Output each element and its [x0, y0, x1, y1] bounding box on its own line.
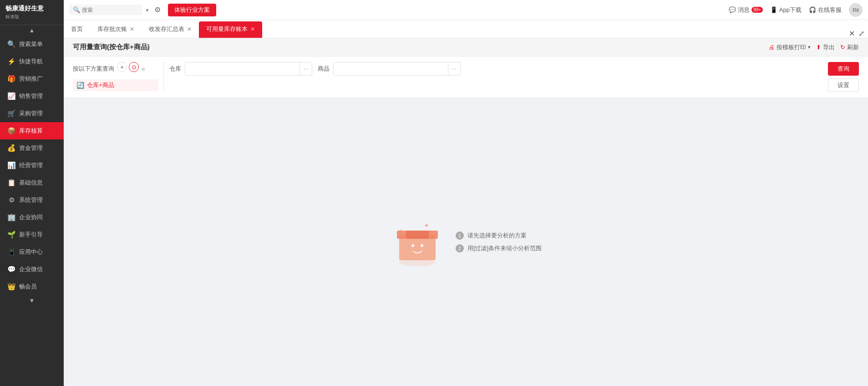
filter-area: 按以下方案查询 + ⊙ « 🔄 仓库+商品 仓库 — [64, 57, 868, 98]
warehouse-label: 仓库 — [169, 65, 181, 73]
sidebar-item-newbie[interactable]: 🌱 新手引导 — [0, 226, 64, 243]
page-header-actions: 🖨 按模板打印 ▾ ⬆ 导出 ↻ 刷新 — [769, 43, 859, 51]
sidebar-item-search[interactable]: 🔍 搜索菜单 — [0, 36, 64, 53]
sidebar-item-label: 库存核算 — [19, 127, 43, 135]
scheme-item-warehouse-goods[interactable]: 🔄 仓库+商品 — [73, 79, 158, 91]
search-icon: 🔍 — [7, 40, 15, 48]
system-icon: ⚙ — [7, 196, 15, 204]
sidebar-item-wechat[interactable]: 💬 企业微信 — [0, 261, 64, 278]
app-download-label: App下载 — [779, 6, 802, 14]
search-input[interactable] — [82, 7, 137, 13]
warehouse-filter-field: 仓库 ··· — [169, 62, 312, 76]
sidebar-scroll-down[interactable]: ▼ — [0, 295, 64, 306]
empty-tips: 1 请先选择要分析的方案 2 用[过滤]条件来缩小分析范围 — [456, 232, 542, 252]
sidebar-item-label: 快捷导航 — [19, 57, 43, 66]
goods-input[interactable] — [334, 62, 448, 75]
sidebar-item-purchase[interactable]: 🛒 采购管理 — [0, 105, 64, 122]
sidebar-scroll-up[interactable]: ▲ — [0, 25, 64, 36]
tab-available-ledger-label: 可用量库存账本 — [206, 25, 248, 33]
close-icon[interactable]: ✕ — [130, 26, 134, 32]
sidebar: 畅康通好生意 标准版 ▲ 🔍 搜索菜单 ⚡ 快捷导航 🎁 营销推广 📈 销售管理… — [0, 0, 64, 386]
tab-window-controls: ✕ ⤢ — [849, 29, 868, 38]
warehouse-more-button[interactable]: ··· — [299, 62, 312, 75]
messages-button[interactable]: 💬 消息 99+ — [729, 6, 763, 14]
svg-point-8 — [421, 244, 423, 247]
tab-home[interactable]: 首页 — [64, 21, 90, 38]
sidebar-item-enterprise[interactable]: 🏢 企业协同 — [0, 209, 64, 226]
warehouse-input[interactable] — [185, 62, 299, 75]
maximize-window-button[interactable]: ⤢ — [858, 29, 864, 38]
tab-available-ledger[interactable]: 可用量库存账本 ✕ — [199, 21, 262, 38]
tab-batch-ledger[interactable]: 库存批次账 ✕ — [90, 21, 142, 38]
sidebar-item-basic-info[interactable]: 📋 基础信息 — [0, 174, 64, 191]
sidebar-item-label: 应用中心 — [19, 248, 43, 256]
close-icon[interactable]: ✕ — [250, 26, 255, 32]
sidebar-item-shortcut[interactable]: ⚡ 快捷导航 — [0, 53, 64, 70]
chevron-down-icon[interactable]: ▾ — [808, 44, 811, 50]
add-scheme-button[interactable]: + — [117, 62, 127, 72]
export-button[interactable]: ⬆ 导出 — [816, 43, 835, 51]
sidebar-item-inventory[interactable]: 📦 库存核算 — [0, 122, 64, 139]
refresh-button[interactable]: ↻ 刷新 — [840, 43, 859, 51]
scheme-icon: 🔄 — [76, 82, 84, 89]
close-icon[interactable]: ✕ — [187, 26, 192, 32]
messages-badge: 99+ — [751, 7, 763, 13]
sidebar-item-label: 畅会员 — [19, 283, 37, 291]
close-window-button[interactable]: ✕ — [849, 29, 855, 38]
main-content: 🔍 ▾ ⚙ 体验行业方案 💬 消息 99+ 📱 App下载 🎧 在线客服 Rit — [64, 0, 868, 386]
dropdown-chevron-icon[interactable]: ▾ — [146, 6, 149, 14]
svg-text:✦: ✦ — [431, 234, 434, 238]
filter-scheme-panel: 按以下方案查询 + ⊙ « 🔄 仓库+商品 — [73, 62, 164, 91]
tab-batch-ledger-label: 库存批次账 — [97, 25, 127, 33]
topbar-right: 💬 消息 99+ 📱 App下载 🎧 在线客服 Rit — [729, 3, 863, 17]
app-download-button[interactable]: 📱 App下载 — [770, 6, 802, 14]
avatar[interactable]: Rit — [849, 3, 863, 17]
sidebar-item-label: 企业微信 — [19, 265, 43, 273]
download-icon: 📱 — [770, 6, 777, 13]
sidebar-item-finance[interactable]: 💰 资金管理 — [0, 139, 64, 157]
sidebar-item-system[interactable]: ⚙ 系统管理 — [0, 191, 64, 209]
wechat-icon: 💬 — [7, 265, 15, 273]
shortcut-icon: ⚡ — [7, 57, 15, 66]
sidebar-item-marketing[interactable]: 🎁 营销推广 — [0, 70, 64, 87]
collapse-button[interactable]: « — [142, 65, 145, 72]
sidebar-item-app-center[interactable]: 📱 应用中心 — [0, 243, 64, 261]
online-service-label: 在线客服 — [818, 6, 842, 14]
operations-icon: 📊 — [7, 161, 15, 170]
sidebar-item-label: 采购管理 — [19, 109, 43, 118]
refresh-label: 刷新 — [847, 43, 859, 51]
online-service-button[interactable]: 🎧 在线客服 — [809, 6, 842, 14]
sidebar-item-members[interactable]: 👑 畅会员 — [0, 278, 64, 295]
empty-state: ✦ ✦ ✦ 1 请先选择要分析的方案 2 用[过滤]条件来缩小分析范围 — [64, 98, 868, 386]
sidebar-item-operations[interactable]: 📊 经营管理 — [0, 157, 64, 174]
settings-scheme-button[interactable]: ⊙ — [129, 62, 139, 72]
enterprise-icon: 🏢 — [7, 213, 15, 221]
svg-rect-1 — [399, 235, 436, 260]
export-icon: ⬆ — [816, 44, 821, 51]
query-button[interactable]: 查询 — [828, 62, 859, 76]
warehouse-input-group: ··· — [185, 62, 312, 76]
query-action-buttons: 查询 设置 — [828, 62, 859, 92]
search-icon: 🔍 — [73, 6, 80, 13]
scheme-label: 仓库+商品 — [87, 81, 114, 89]
service-icon: 🎧 — [809, 6, 816, 13]
app-name: 畅康通好生意 — [5, 5, 58, 13]
messages-label: 消息 — [738, 6, 750, 14]
marketing-icon: 🎁 — [7, 75, 15, 83]
topbar: 🔍 ▾ ⚙ 体验行业方案 💬 消息 99+ 📱 App下载 🎧 在线客服 Rit — [64, 0, 868, 20]
topbar-search-box[interactable]: 🔍 — [69, 5, 142, 15]
solution-button[interactable]: 体验行业方案 — [168, 4, 216, 16]
sidebar-item-label: 营销推广 — [19, 75, 43, 83]
page-header: 可用量查询(按仓库+商品) 🖨 按模板打印 ▾ ⬆ 导出 ↻ 刷新 — [64, 38, 868, 57]
tab-receipt-summary[interactable]: 收发存汇总表 ✕ — [142, 21, 199, 38]
gear-icon[interactable]: ⚙ — [152, 4, 162, 16]
sidebar-item-label: 搜索菜单 — [19, 40, 43, 48]
print-button[interactable]: 🖨 按模板打印 ▾ — [769, 43, 811, 51]
goods-filter-field: 商品 ··· — [318, 62, 461, 76]
sidebar-item-sales[interactable]: 📈 销售管理 — [0, 87, 64, 105]
filter-settings-button[interactable]: 设置 — [828, 78, 859, 92]
print-label: 按模板打印 — [777, 43, 806, 51]
members-icon: 👑 — [7, 283, 15, 291]
sidebar-logo: 畅康通好生意 标准版 — [0, 0, 64, 25]
goods-more-button[interactable]: ··· — [448, 62, 460, 75]
